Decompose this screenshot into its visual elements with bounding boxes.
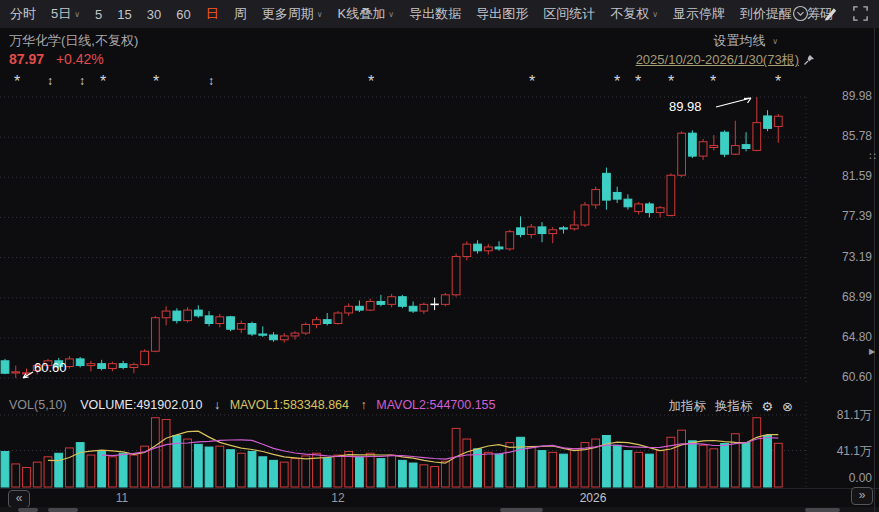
news-marker-icon[interactable]: * [95,74,111,90]
price-tick: 77.39 [842,209,872,223]
news-marker-icon[interactable]: * [363,74,379,90]
price-tick: 81.59 [842,169,872,183]
toolbar-item-不复权[interactable]: 不复权∨ [610,5,658,23]
price-tick: 73.19 [842,250,872,264]
chevron-down-icon: ∨ [772,37,778,46]
volume-tick: 41.1万 [837,443,872,460]
news-marker-icon[interactable]: * [9,74,25,90]
stock-title: 万华化学(日线,不复权) [9,32,138,50]
dividend-marker-icon[interactable]: ↕ [42,74,58,88]
news-marker-icon[interactable]: * [148,74,164,90]
high-annotation: 89.98 [669,99,702,114]
price-tick: 64.80 [842,330,872,344]
toolbar-item-周[interactable]: 周 [234,5,247,23]
toolbar-item-日[interactable]: 日 [206,5,219,23]
bottom-scrollbar[interactable] [0,507,879,512]
price-tick: 89.98 [842,89,872,103]
price-tick: 60.60 [842,370,872,384]
brush-icon[interactable] [822,5,839,22]
toolbar-item-区间统计[interactable]: 区间统计 [543,5,595,23]
toolbar-item-分时[interactable]: 分时 [10,5,36,23]
time-tick: 11 [100,491,144,505]
price-tick: 85.78 [842,129,872,143]
pin-icon[interactable] [803,54,815,66]
toolbar: 分时5日∨5153060日周更多周期∨K线叠加∨导出数据导出图形区间统计不复权∨… [0,0,879,28]
bottom-scrollbar-segment[interactable] [805,508,840,512]
volume-tick: 81.1万 [837,407,872,424]
chevron-down-icon: ∨ [388,10,394,19]
fullscreen-icon[interactable] [852,5,869,22]
toolbar-items: 分时5日∨5153060日周更多周期∨K线叠加∨导出数据导出图形区间统计不复权∨… [10,5,848,23]
stock-chart-window: 分时5日∨5153060日周更多周期∨K线叠加∨导出数据导出图形区间统计不复权∨… [0,0,879,512]
toolbar-item-到价提醒[interactable]: 到价提醒 [740,5,792,23]
chevron-down-icon: ∨ [652,10,658,19]
news-marker-icon[interactable]: * [609,74,625,90]
toolbar-item-导出数据[interactable]: 导出数据 [409,5,461,23]
toolbar-item-60[interactable]: 60 [176,7,190,22]
scroll-left-button[interactable]: « [8,490,30,508]
time-tick: 12 [316,491,360,505]
toolbar-item-15[interactable]: 15 [117,7,131,22]
chevron-down-icon: ∨ [317,10,323,19]
toolbar-item-5日[interactable]: 5日∨ [51,5,80,23]
bottom-scrollbar-segment[interactable] [48,508,78,512]
panel-divider [874,28,875,512]
dividend-marker-icon[interactable]: ↕ [74,74,90,88]
bottom-scrollbar-segment[interactable] [18,508,38,512]
toolbar-item-5[interactable]: 5 [95,7,102,22]
collapse-panel-arrow-icon[interactable]: ▶ [869,347,875,356]
news-marker-icon[interactable]: * [705,74,721,90]
scroll-right-button[interactable]: » [851,487,873,505]
date-range-link[interactable]: 2025/10/20-2026/1/30(73根) [636,51,815,69]
last-price: 87.97 [9,51,44,67]
bottom-scrollbar-segment[interactable] [500,508,543,512]
news-marker-icon[interactable]: * [524,74,540,90]
low-annotation: 60.60 [34,360,67,375]
dividend-marker-icon[interactable]: ↕ [203,74,219,88]
chevron-down-icon: ∨ [74,10,80,19]
change-percent: +0.42% [56,51,104,67]
price-row: 87.97 +0.42% [9,51,104,67]
toolbar-icons [792,5,869,22]
candlestick-chart[interactable] [0,90,822,392]
ma-settings-link[interactable]: 设置均线 ∨ [714,32,778,50]
toolbar-item-导出图形[interactable]: 导出图形 [476,5,528,23]
toolbar-item-显示停牌[interactable]: 显示停牌 [673,5,725,23]
news-marker-icon[interactable]: * [630,74,646,90]
volume-chart[interactable] [0,400,822,488]
time-tick: 2026 [571,491,615,505]
toolbar-item-更多周期[interactable]: 更多周期∨ [262,5,323,23]
panel-resize-handle[interactable]: ∷ [869,150,876,163]
news-marker-icon[interactable]: * [663,74,679,90]
price-tick: 68.99 [842,290,872,304]
volume-tick: 0.00 [849,471,872,485]
news-marker-icon[interactable]: * [770,74,786,90]
toolbar-item-K线叠加[interactable]: K线叠加∨ [338,5,395,23]
toolbar-item-30[interactable]: 30 [147,7,161,22]
circle-chevron-down-icon[interactable] [792,5,809,22]
